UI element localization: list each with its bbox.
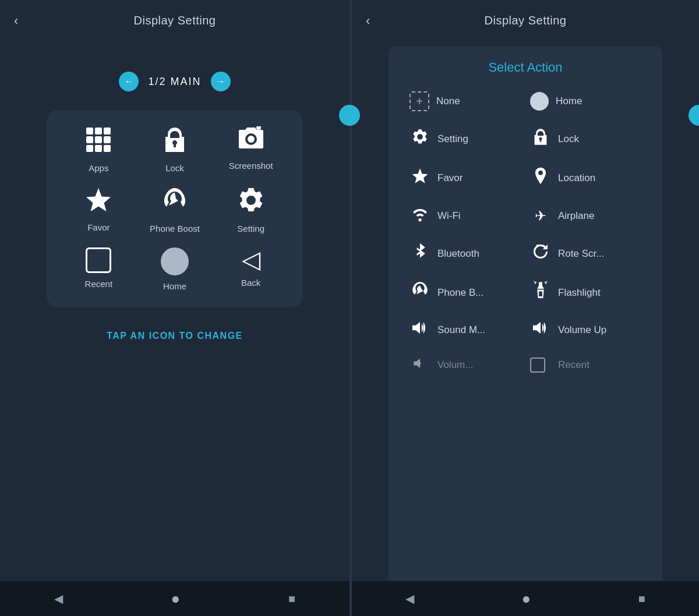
- grid-item-lock[interactable]: Lock: [142, 126, 209, 173]
- home-action-icon: [530, 92, 549, 111]
- left-bottom-nav: ◀ ● ■: [0, 581, 350, 616]
- setting-label: Setting: [237, 224, 264, 233]
- action-bluetooth-icon: [409, 242, 430, 265]
- action-lock-label: Lock: [558, 133, 579, 145]
- grid-item-favor[interactable]: Favor: [65, 187, 132, 233]
- action-lock-icon: [530, 128, 551, 150]
- action-recent-icon: [530, 357, 551, 373]
- action-setting[interactable]: Setting: [405, 125, 525, 153]
- svg-line-18: [546, 281, 548, 282]
- right-header-title: Display Setting: [485, 14, 567, 27]
- action-flashlight[interactable]: Flashlight: [525, 279, 646, 306]
- grid-item-phone-boost[interactable]: Phone Boost: [142, 187, 209, 233]
- action-none[interactable]: + None: [405, 89, 525, 114]
- action-flashlight-label: Flashlight: [558, 287, 601, 299]
- svg-marker-13: [86, 188, 111, 211]
- lock-label: Lock: [165, 163, 184, 173]
- action-volume-up-label: Volume Up: [558, 324, 606, 336]
- tap-hint: TAP AN ICON TO CHANGE: [107, 331, 243, 341]
- right-nav-back[interactable]: ◀: [405, 592, 414, 606]
- svg-rect-0: [86, 128, 93, 134]
- grid-item-screenshot[interactable]: + Screenshot: [217, 126, 284, 173]
- page-nav: ← 1/2 MAIN →: [119, 72, 230, 91]
- action-home-label: Home: [556, 95, 582, 107]
- action-wifi[interactable]: Wi-Fi: [405, 203, 525, 228]
- action-volume-down[interactable]: Volum...: [405, 353, 525, 376]
- action-airplane[interactable]: ✈ Airplane: [525, 203, 646, 228]
- none-icon: +: [409, 91, 429, 111]
- icon-grid: Apps Lock: [65, 126, 284, 291]
- left-header: ‹ Display Setting: [0, 0, 350, 37]
- grid-item-apps[interactable]: Apps: [65, 126, 132, 173]
- action-sound-mode[interactable]: Sound M...: [405, 318, 525, 342]
- recent-label: Recent: [85, 279, 113, 289]
- action-location-icon: [530, 167, 551, 189]
- action-grid: + None Home Setting: [405, 89, 646, 376]
- action-favor[interactable]: Favor: [405, 164, 525, 192]
- grid-item-setting[interactable]: Setting: [217, 187, 284, 233]
- svg-rect-5: [104, 136, 111, 143]
- grid-item-back[interactable]: ◁ Back: [217, 247, 284, 291]
- action-sound-mode-label: Sound M...: [437, 324, 485, 336]
- left-back-button[interactable]: ‹: [14, 13, 18, 29]
- back-label: Back: [241, 278, 260, 288]
- back-icon: ◁: [242, 247, 260, 272]
- right-back-button[interactable]: ‹: [366, 13, 370, 29]
- action-airplane-label: Airplane: [558, 210, 594, 222]
- action-setting-label: Setting: [437, 133, 468, 145]
- action-none-label: None: [436, 95, 460, 107]
- action-volume-down-label: Volum...: [437, 359, 473, 371]
- action-volume-up-icon: [530, 320, 551, 339]
- next-page-button[interactable]: →: [211, 72, 231, 91]
- right-nav-home[interactable]: ●: [522, 590, 531, 608]
- setting-icon: [238, 187, 264, 218]
- action-rotate[interactable]: Rote Scr...: [525, 240, 646, 267]
- left-nav-home[interactable]: ●: [171, 590, 181, 608]
- action-sound-mode-icon: [409, 320, 430, 339]
- svg-marker-14: [412, 168, 428, 183]
- grid-item-recent[interactable]: Recent: [65, 247, 132, 291]
- left-panel: ‹ Display Setting ← 1/2 MAIN → Ap: [0, 0, 350, 616]
- select-action-card: Select Action + None Home Setting: [389, 46, 662, 616]
- left-nav-recent[interactable]: ■: [288, 592, 295, 606]
- right-nav-recent[interactable]: ■: [638, 592, 645, 606]
- action-volume-up[interactable]: Volume Up: [525, 318, 646, 342]
- action-phone-boost[interactable]: Phone B...: [405, 279, 525, 306]
- action-recent[interactable]: Recent: [525, 353, 646, 376]
- lock-icon: [163, 126, 186, 157]
- action-location[interactable]: Location: [525, 164, 646, 192]
- action-setting-icon: [409, 129, 430, 149]
- action-home[interactable]: Home: [525, 89, 646, 114]
- svg-rect-4: [95, 136, 102, 143]
- icon-grid-container: Apps Lock: [47, 110, 303, 307]
- svg-rect-6: [86, 145, 93, 152]
- action-rotate-label: Rote Scr...: [558, 248, 604, 260]
- action-volume-down-icon: [409, 356, 430, 374]
- left-floating-dot: [339, 105, 360, 126]
- screenshot-label: Screenshot: [229, 161, 273, 171]
- svg-rect-3: [86, 136, 93, 143]
- phone-boost-icon: [162, 187, 188, 218]
- phone-boost-label: Phone Boost: [150, 224, 200, 233]
- action-lock[interactable]: Lock: [525, 125, 646, 153]
- left-nav-back[interactable]: ◀: [54, 592, 63, 606]
- action-recent-label: Recent: [558, 359, 589, 371]
- action-wifi-label: Wi-Fi: [437, 210, 461, 222]
- action-bluetooth[interactable]: Bluetooth: [405, 240, 525, 267]
- action-favor-icon: [409, 168, 430, 188]
- right-floating-dot: [689, 105, 699, 126]
- action-flashlight-icon: [530, 281, 551, 304]
- select-action-title: Select Action: [405, 60, 646, 75]
- action-airplane-icon: ✈: [530, 208, 551, 224]
- svg-line-17: [534, 281, 535, 282]
- favor-icon: [85, 187, 112, 217]
- action-location-label: Location: [558, 172, 595, 184]
- recent-icon: [86, 247, 111, 273]
- action-phone-boost-label: Phone B...: [437, 287, 483, 299]
- right-panel: ‹ Display Setting Select Action + None H…: [352, 0, 699, 616]
- prev-page-button[interactable]: ←: [119, 72, 139, 91]
- right-header: ‹ Display Setting: [352, 0, 699, 37]
- svg-rect-7: [95, 145, 102, 152]
- grid-item-home[interactable]: Home: [142, 247, 209, 291]
- action-rotate-icon: [530, 243, 551, 264]
